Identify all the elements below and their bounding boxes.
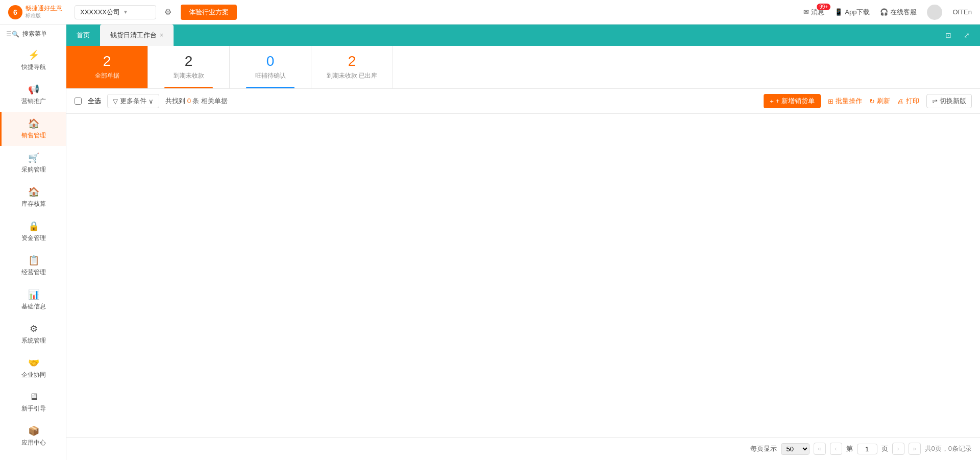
filter-button[interactable]: ▽ 更多条件 ∨ [107, 94, 159, 108]
sidebar-item-app-center[interactable]: 📦 应用中心 [0, 419, 66, 453]
stat-underline-pending [246, 87, 295, 88]
sidebar-item-wechat[interactable]: 💬 企业微信 [0, 453, 66, 460]
refresh-button[interactable]: ↻ 刷新 [869, 96, 890, 106]
basic-info-icon: 📊 [28, 289, 39, 300]
tab-workspace-label: 钱货日清工作台 [110, 31, 157, 40]
stat-card-all[interactable]: 2 全部单据 [66, 46, 148, 88]
sidebar-item-system[interactable]: ⚙ 系统管理 [0, 317, 66, 351]
stat-label-pending-confirm: 旺辅待确认 [242, 71, 299, 80]
company-name: XXXXXX公司 [80, 8, 120, 17]
tab-workspace[interactable]: 钱货日清工作台 × [100, 25, 174, 46]
avatar[interactable] [927, 5, 942, 20]
sidebar-item-cooperation[interactable]: 🤝 企业协同 [0, 351, 66, 385]
switch-label: 切换新版 [940, 96, 966, 106]
switch-version-button[interactable]: ⇌ 切换新版 [926, 94, 972, 108]
tab-bar: 首页 钱货日清工作台 × ⊡ ⤢ [66, 25, 980, 46]
select-all-checkbox[interactable] [75, 98, 82, 105]
message-badge: 99+ [817, 4, 830, 10]
company-selector[interactable]: XXXXXX公司 ▼ [75, 5, 156, 19]
page-size-label: 每页显示 [750, 444, 777, 453]
sidebar-item-operations[interactable]: 📋 经营管理 [0, 249, 66, 283]
total-text: 共0页，0条记录 [925, 444, 972, 453]
page-content: 2 全部单据 2 到期未收款 0 旺辅待确认 2 到期未收款 已出库 [66, 46, 980, 460]
app-download-button[interactable]: 📱 App下载 [835, 8, 870, 17]
next-page-button[interactable]: › [892, 443, 904, 455]
batch-icon: ⊞ [828, 98, 834, 105]
service-icon: 🎧 [880, 8, 888, 16]
stat-num-all: 2 [79, 54, 135, 68]
sidebar-item-label: 基础信息 [21, 302, 46, 311]
inventory-icon: 🏠 [28, 186, 39, 198]
sidebar-item-sales[interactable]: 🏠 销售管理 [0, 112, 66, 146]
operations-icon: 📋 [28, 255, 39, 266]
sidebar-item-label: 经营管理 [21, 268, 46, 277]
search-icon: ☰🔍 [6, 31, 19, 38]
last-page-button[interactable]: » [909, 443, 921, 455]
stat-card-overdue-unshipped[interactable]: 2 到期未收款 已出库 [311, 46, 393, 88]
chevron-down-icon: ▼ [123, 9, 128, 15]
tab-restore-button[interactable]: ⊡ [941, 28, 955, 42]
tab-close-icon[interactable]: × [160, 32, 163, 39]
username: OfTEn [952, 8, 972, 16]
select-all-label: 全选 [88, 96, 101, 106]
message-button[interactable]: ✉ 消息 99+ [803, 8, 824, 17]
header-right: ✉ 消息 99+ 📱 App下载 🎧 在线客服 OfTEn [803, 5, 972, 20]
prev-page-button[interactable]: ‹ [830, 443, 842, 455]
app-version: 标准版 [26, 12, 62, 19]
guide-icon: 🖥 [29, 392, 38, 402]
sidebar-item-label: 应用中心 [21, 439, 46, 447]
cooperation-icon: 🤝 [28, 357, 39, 369]
page-input[interactable] [857, 444, 877, 454]
online-service-label: 在线客服 [890, 8, 917, 17]
first-page-button[interactable]: « [814, 443, 826, 455]
app-name: 畅捷通好生意 [26, 5, 62, 13]
add-order-button[interactable]: + + 新增销货单 [764, 94, 821, 108]
quick-nav-icon: ⚡ [28, 50, 39, 61]
table-area [66, 114, 980, 437]
print-icon: 🖨 [897, 98, 904, 105]
sidebar-item-label: 库存核算 [21, 200, 46, 208]
content-area: 首页 钱货日清工作台 × ⊡ ⤢ 2 全部单据 [66, 25, 980, 460]
fullscreen-icon: ⤢ [964, 31, 970, 39]
sidebar-item-inventory[interactable]: 🏠 库存核算 [0, 180, 66, 214]
settings-button[interactable]: ⚙ [160, 5, 176, 20]
stat-card-pending-confirm[interactable]: 0 旺辅待确认 [230, 46, 311, 88]
tab-home-label: 首页 [77, 31, 90, 40]
sales-icon: 🏠 [28, 118, 39, 129]
sidebar-item-basic-info[interactable]: 📊 基础信息 [0, 283, 66, 317]
sidebar-item-label: 销售管理 [21, 131, 46, 140]
sidebar-item-guide[interactable]: 🖥 新手引导 [0, 385, 66, 419]
stats-row: 2 全部单据 2 到期未收款 0 旺辅待确认 2 到期未收款 已出库 [66, 46, 980, 89]
add-icon: + [770, 98, 774, 105]
toolbar-right: + + 新增销货单 ⊞ 批量操作 ↻ 刷新 🖨 打印 [764, 94, 972, 108]
print-button[interactable]: 🖨 打印 [897, 96, 919, 106]
gear-icon: ⚙ [164, 7, 172, 17]
sidebar-item-purchase[interactable]: 🛒 采购管理 [0, 146, 66, 180]
trial-button[interactable]: 体验行业方案 [181, 5, 237, 20]
sidebar-item-finance[interactable]: 🔒 资金管理 [0, 214, 66, 249]
finance-icon: 🔒 [28, 221, 39, 232]
sidebar-item-marketing[interactable]: 📢 营销推广 [0, 78, 66, 112]
page-size-select[interactable]: 50 10 20 100 [781, 443, 810, 455]
sidebar-item-label: 企业协同 [21, 371, 46, 379]
sidebar: ☰🔍 搜索菜单 ⚡ 快捷导航 📢 营销推广 🏠 销售管理 🛒 采购管理 🏠 库存… [0, 25, 66, 460]
sidebar-item-label: 营销推广 [21, 97, 46, 106]
refresh-label: 刷新 [877, 96, 890, 106]
restore-icon: ⊡ [945, 31, 951, 39]
stat-num-pending-confirm: 0 [242, 54, 299, 68]
search-menu-button[interactable]: ☰🔍 搜索菜单 [0, 25, 66, 43]
tab-home[interactable]: 首页 [66, 25, 100, 46]
tab-fullscreen-button[interactable]: ⤢ [960, 28, 974, 42]
stat-card-overdue-unpaid[interactable]: 2 到期未收款 [148, 46, 230, 88]
app-center-icon: 📦 [28, 425, 39, 437]
sidebar-item-quick-nav[interactable]: ⚡ 快捷导航 [0, 43, 66, 78]
stat-label-all: 全部单据 [79, 71, 135, 80]
message-icon: ✉ [803, 8, 809, 16]
online-service-button[interactable]: 🎧 在线客服 [880, 8, 917, 17]
sidebar-item-label: 快捷导航 [21, 63, 46, 71]
batch-operation-button[interactable]: ⊞ 批量操作 [828, 96, 862, 106]
app-download-label: App下载 [845, 8, 870, 17]
purchase-icon: 🛒 [28, 152, 39, 163]
logo-area: 6 畅捷通好生意 标准版 [8, 5, 75, 20]
logo-text-block: 畅捷通好生意 标准版 [26, 5, 62, 20]
